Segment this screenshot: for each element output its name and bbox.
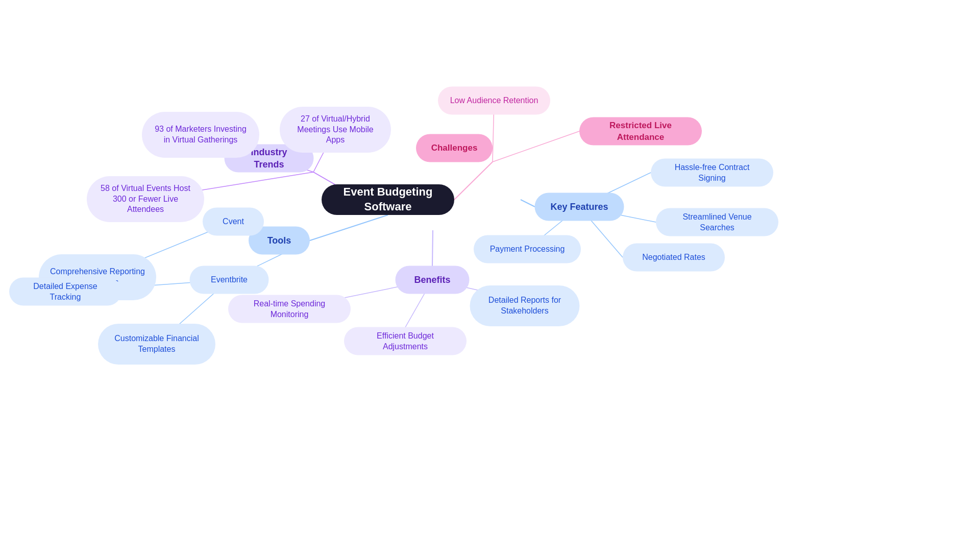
- node-virtual-events: 58 of Virtual Events Host 300 or Fewer L…: [87, 176, 204, 222]
- svg-line-2: [521, 200, 535, 207]
- node-realtime-spending: Real-time Spending Monitoring: [228, 295, 351, 323]
- node-eventbrite: Eventbrite: [190, 266, 269, 294]
- center-node: Event Budgeting Software: [322, 184, 454, 215]
- node-detailed-expense: Detailed Expense Tracking: [9, 278, 121, 306]
- node-restricted-attendance: Restricted Live Attendance: [579, 117, 702, 146]
- node-cvent: Cvent: [203, 208, 264, 236]
- node-low-retention: Low Audience Retention: [438, 87, 550, 115]
- node-customizable-templates: Customizable Financial Templates: [98, 324, 215, 365]
- svg-line-3: [310, 215, 388, 241]
- node-streamlined-venue: Streamlined Venue Searches: [656, 208, 778, 236]
- node-negotiated-rates: Negotiated Rates: [623, 244, 725, 272]
- node-key-features: Key Features: [535, 193, 624, 221]
- node-marketers: 93 of Marketers Investing in Virtual Gat…: [142, 112, 259, 158]
- node-challenges: Challenges: [416, 134, 493, 162]
- node-benefits: Benefits: [396, 266, 470, 294]
- svg-line-9: [493, 131, 579, 162]
- svg-line-4: [432, 230, 433, 266]
- node-mobile-apps: 27 of Virtual/Hybrid Meetings Use Mobile…: [280, 107, 391, 153]
- node-detailed-reports: Detailed Reports for Stakeholders: [470, 285, 580, 326]
- node-efficient-budget: Efficient Budget Adjustments: [344, 327, 467, 355]
- svg-line-1: [454, 162, 493, 200]
- node-payment-processing: Payment Processing: [474, 235, 581, 263]
- node-hassle-contract: Hassle-free Contract Signing: [651, 159, 773, 187]
